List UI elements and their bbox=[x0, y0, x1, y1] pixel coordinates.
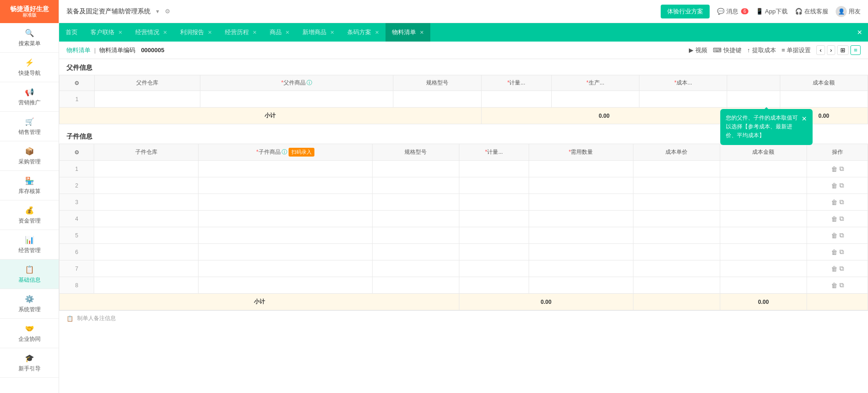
child-row-1-product[interactable] bbox=[199, 161, 373, 177]
child-row-5-unit-cost[interactable] bbox=[633, 227, 720, 244]
child-row-6-product[interactable] bbox=[199, 244, 373, 260]
video-action[interactable]: ▶ 视频 bbox=[689, 46, 707, 54]
nav-tab-close-5[interactable]: ✕ bbox=[285, 30, 289, 36]
nav-tab-1[interactable]: 客户联络✕ bbox=[84, 23, 129, 42]
child-row-7-unit[interactable] bbox=[459, 260, 529, 277]
user-action[interactable]: 👤 用友 bbox=[836, 6, 861, 17]
nav-tab-3[interactable]: 利润报告✕ bbox=[174, 23, 218, 42]
parent-row-1-product[interactable] bbox=[200, 91, 393, 108]
child-row-2-unit-cost[interactable] bbox=[633, 177, 720, 194]
sidebar-item-search[interactable]: 🔍搜索菜单 bbox=[0, 23, 59, 53]
prev-page-button[interactable]: ‹ bbox=[816, 45, 825, 55]
child-row-4-spec[interactable] bbox=[372, 211, 459, 227]
nav-tab-close-3[interactable]: ✕ bbox=[208, 30, 212, 36]
copy-row-8-button[interactable]: ⧉ bbox=[839, 281, 844, 289]
child-row-7-qty[interactable] bbox=[529, 260, 633, 277]
nav-tab-close-2[interactable]: ✕ bbox=[163, 30, 167, 36]
nav-tab-0[interactable]: 首页 bbox=[59, 23, 84, 42]
parent-row-1-spec[interactable] bbox=[393, 91, 481, 108]
child-row-7-spec[interactable] bbox=[372, 260, 459, 277]
parent-row-1-production[interactable] bbox=[551, 91, 639, 108]
parent-row-1-unit[interactable] bbox=[481, 91, 551, 108]
child-row-5-product[interactable] bbox=[199, 227, 373, 244]
child-row-7-warehouse[interactable] bbox=[94, 260, 199, 277]
child-row-8-warehouse[interactable] bbox=[94, 277, 199, 294]
child-row-5-warehouse[interactable] bbox=[94, 227, 199, 244]
child-row-2-spec[interactable] bbox=[372, 177, 459, 194]
single-settings-action[interactable]: ≡ 单据设置 bbox=[782, 46, 811, 54]
child-row-2-unit[interactable] bbox=[459, 177, 529, 194]
child-row-6-spec[interactable] bbox=[372, 244, 459, 260]
child-col-settings[interactable]: ⚙ bbox=[60, 144, 94, 161]
parent-row-1-cost[interactable] bbox=[639, 91, 727, 108]
child-row-1-spec[interactable] bbox=[372, 161, 459, 177]
child-row-3-unit-cost[interactable] bbox=[633, 194, 720, 211]
copy-row-2-button[interactable]: ⧉ bbox=[839, 181, 844, 189]
nav-tab-close-1[interactable]: ✕ bbox=[118, 30, 122, 36]
copy-row-6-button[interactable]: ⧉ bbox=[839, 248, 844, 256]
child-row-6-unit[interactable] bbox=[459, 244, 529, 260]
delete-row-4-button[interactable]: 🗑 bbox=[831, 215, 838, 223]
sidebar-item-marketing[interactable]: 📢营销推广 bbox=[0, 82, 59, 112]
child-row-7-product[interactable] bbox=[199, 260, 373, 277]
online-service-action[interactable]: 🎧 在线客服 bbox=[795, 7, 828, 16]
delete-row-1-button[interactable]: 🗑 bbox=[831, 165, 838, 173]
delete-row-5-button[interactable]: 🗑 bbox=[831, 232, 838, 239]
sidebar-item-purchase[interactable]: 📦采购管理 bbox=[0, 141, 59, 171]
sidebar-item-operations[interactable]: 📊经营管理 bbox=[0, 230, 59, 260]
scan-input-button[interactable]: 扫码录入 bbox=[289, 148, 314, 157]
message-action[interactable]: 💬 消息 6 bbox=[717, 7, 748, 16]
child-row-2-product[interactable] bbox=[199, 177, 373, 194]
child-row-3-unit[interactable] bbox=[459, 194, 529, 211]
sidebar-item-guide[interactable]: 🎓新手引导 bbox=[0, 348, 59, 378]
tooltip-close-button[interactable]: ✕ bbox=[802, 114, 807, 124]
sidebar-item-quicknav[interactable]: ⚡快捷导航 bbox=[0, 53, 59, 82]
grid-view-button[interactable]: ⊞ bbox=[837, 45, 849, 55]
child-row-6-qty[interactable] bbox=[529, 244, 633, 260]
child-row-8-unit-cost[interactable] bbox=[633, 277, 720, 294]
nav-tab-7[interactable]: 条码方案✕ bbox=[341, 23, 386, 42]
child-row-3-product[interactable] bbox=[199, 194, 373, 211]
parent-row-1-warehouse[interactable] bbox=[95, 91, 200, 108]
child-row-5-unit[interactable] bbox=[459, 227, 529, 244]
child-row-3-qty[interactable] bbox=[529, 194, 633, 211]
child-row-3-warehouse[interactable] bbox=[94, 194, 199, 211]
copy-row-7-button[interactable]: ⧉ bbox=[839, 265, 844, 272]
child-row-1-unit-cost[interactable] bbox=[633, 161, 720, 177]
copy-row-1-button[interactable]: ⧉ bbox=[839, 165, 844, 173]
child-row-8-unit[interactable] bbox=[459, 277, 529, 294]
delete-row-7-button[interactable]: 🗑 bbox=[831, 265, 838, 272]
child-row-4-product[interactable] bbox=[199, 211, 373, 227]
child-row-6-unit-cost[interactable] bbox=[633, 244, 720, 260]
child-row-2-warehouse[interactable] bbox=[94, 177, 199, 194]
nav-tab-5[interactable]: 商品✕ bbox=[263, 23, 296, 42]
app-download-action[interactable]: 📱 App下载 bbox=[756, 7, 788, 16]
nav-tab-close-4[interactable]: ✕ bbox=[253, 30, 257, 36]
sidebar-item-finance[interactable]: 💰资金管理 bbox=[0, 200, 59, 230]
delete-row-8-button[interactable]: 🗑 bbox=[831, 282, 838, 289]
experience-button[interactable]: 体验行业方案 bbox=[661, 5, 710, 18]
sidebar-item-sales[interactable]: 🛒销售管理 bbox=[0, 112, 59, 141]
child-row-7-unit-cost[interactable] bbox=[633, 260, 720, 277]
settings-icon[interactable]: ⚙ bbox=[165, 8, 170, 15]
child-row-6-warehouse[interactable] bbox=[94, 244, 199, 260]
nav-tab-close-8[interactable]: ✕ bbox=[420, 30, 424, 36]
extract-cost-action[interactable]: ↑ 提取成本 bbox=[747, 46, 776, 54]
sidebar-item-collab[interactable]: 🤝企业协同 bbox=[0, 319, 59, 348]
delete-row-2-button[interactable]: 🗑 bbox=[831, 182, 838, 189]
list-view-button[interactable]: ≡ bbox=[850, 45, 861, 55]
shortcut-action[interactable]: ⌨ 快捷键 bbox=[713, 46, 741, 54]
delete-row-3-button[interactable]: 🗑 bbox=[831, 199, 838, 206]
child-row-3-spec[interactable] bbox=[372, 194, 459, 211]
child-row-4-qty[interactable] bbox=[529, 211, 633, 227]
nav-tab-2[interactable]: 经营情况✕ bbox=[129, 23, 174, 42]
child-row-4-warehouse[interactable] bbox=[94, 211, 199, 227]
sidebar-item-basic[interactable]: 📋基础信息 bbox=[0, 260, 59, 289]
child-row-5-qty[interactable] bbox=[529, 227, 633, 244]
parent-col-settings[interactable]: ⚙ bbox=[60, 75, 95, 91]
breadcrumb-page[interactable]: 物料清单 bbox=[66, 46, 90, 54]
child-row-5-spec[interactable] bbox=[372, 227, 459, 244]
nav-tab-8[interactable]: 物料清单✕ bbox=[386, 23, 430, 42]
child-row-4-unit-cost[interactable] bbox=[633, 211, 720, 227]
child-row-1-warehouse[interactable] bbox=[94, 161, 199, 177]
